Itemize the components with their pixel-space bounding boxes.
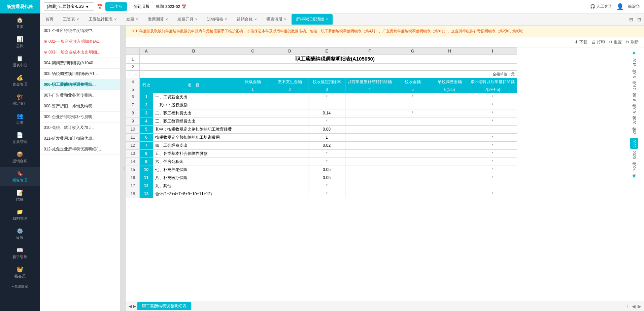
- cell-2-d[interactable]: [271, 101, 308, 109]
- cell-2-h[interactable]: [431, 101, 468, 109]
- cell-2-e[interactable]: [308, 101, 345, 109]
- tab-prev-icon[interactable]: ⊟: [628, 16, 635, 23]
- cell-11-f[interactable]: [345, 174, 394, 182]
- cell-12-c[interactable]: [234, 182, 271, 190]
- year-2019[interactable]: 2019年: [630, 103, 638, 114]
- cell-5-f[interactable]: [345, 125, 394, 133]
- tab-invoice-calc[interactable]: 发票测算 ✕: [143, 14, 172, 25]
- tab-close-invoice-calc[interactable]: ✕: [165, 18, 168, 21]
- item-13[interactable]: 合计(1+3+4+7+8+9+10+11+12): [153, 190, 234, 198]
- sidebar-item-salary[interactable]: 👥 工资: [0, 109, 40, 129]
- sidebar-item-vip[interactable]: 👑 畅会员: [0, 263, 40, 282]
- cell-5-h[interactable]: [431, 125, 468, 133]
- tab-invoice-issue[interactable]: 发票开具 ✕: [173, 14, 202, 25]
- left-item-002[interactable]: ⊗002-一般企业收入明细表(A1...: [40, 36, 120, 47]
- cell-4-c[interactable]: [234, 117, 271, 125]
- cell-9-h[interactable]: [431, 158, 468, 166]
- tab-tax-register[interactable]: 税表清册 ✕: [262, 14, 291, 25]
- cell-4-f[interactable]: [345, 117, 394, 125]
- tab-home[interactable]: 首页: [41, 14, 58, 25]
- sidebar-item-invoice[interactable]: 📄 发票管理: [0, 129, 40, 148]
- cell-11-c[interactable]: [234, 174, 271, 182]
- item-7[interactable]: 四、工会经费支出: [153, 141, 234, 149]
- tab-salary[interactable]: 工资表 ✕: [59, 14, 83, 25]
- cell-12-h[interactable]: [431, 182, 468, 190]
- year-2024[interactable]: 2024年: [630, 161, 638, 172]
- customer-service-btn[interactable]: 🎧 人工客询: [590, 4, 612, 9]
- left-item-004[interactable]: 004-期间费用明细表(A1040...: [40, 58, 120, 69]
- cell-2-f[interactable]: [345, 101, 394, 109]
- cell-11-d[interactable]: [271, 174, 308, 182]
- cell-10-c[interactable]: [234, 166, 271, 174]
- tab-close-invoice-issue[interactable]: ✕: [195, 18, 198, 21]
- print-button[interactable]: 🖨 打印: [591, 39, 605, 45]
- bottom-tab-main[interactable]: 职工薪酬纳税调整明细表: [137, 302, 191, 310]
- cell-12-f[interactable]: [345, 182, 394, 190]
- refresh-button[interactable]: ↻ 刷新: [626, 39, 639, 45]
- cell-1-d[interactable]: [271, 93, 308, 101]
- cell-3-h[interactable]: [431, 109, 468, 117]
- tab-salary-report[interactable]: 工资统计报表 ✕: [84, 14, 121, 25]
- sidebar-item-funds[interactable]: 💰 资金管理: [0, 71, 40, 90]
- sidebar-item-home[interactable]: 🏠 首页: [0, 13, 40, 33]
- cell-6-c[interactable]: [234, 133, 271, 141]
- cell-3-f[interactable]: [345, 109, 394, 117]
- cell-12-i[interactable]: [468, 182, 517, 190]
- tab-purchase-ledger[interactable]: 进销台账 ✕: [232, 14, 261, 25]
- left-item-006[interactable]: 006-职工薪酬纳税调整明细...: [40, 79, 120, 90]
- old-version-button[interactable]: 切到旧版: [130, 2, 153, 11]
- sidebar-item-purchases[interactable]: 📦 进销台账: [0, 148, 40, 167]
- tab-close-income-tax[interactable]: ✕: [326, 18, 328, 21]
- item-8[interactable]: 五、各类基本社会保障性缴款: [153, 149, 234, 158]
- cell-8-f[interactable]: [345, 149, 394, 158]
- tab-purchase-verify[interactable]: 进销稽核 ✕: [203, 14, 232, 25]
- item-10[interactable]: 七、补充养老保险: [153, 166, 234, 174]
- cell-9-d[interactable]: [271, 158, 308, 166]
- left-item-001[interactable]: 001-企业所得税年度纳税申...: [40, 26, 120, 36]
- tab-maximize-icon[interactable]: ⊡: [636, 16, 643, 23]
- item-2[interactable]: 其中：股权激励: [153, 101, 234, 109]
- cell-6-g[interactable]: [394, 133, 431, 141]
- year-2017[interactable]: 2017年: [630, 80, 638, 91]
- cancel-pin-button[interactable]: ↩取消固定: [0, 282, 40, 291]
- cell-4-g[interactable]: [394, 117, 431, 125]
- cell-13-h[interactable]: [431, 190, 468, 198]
- cell-7-f[interactable]: [345, 141, 394, 149]
- cell-1-f[interactable]: [345, 93, 394, 101]
- cell-3-c[interactable]: [234, 109, 271, 117]
- left-item-012[interactable]: 012-减免企业所得税优惠明细(...: [40, 144, 120, 155]
- sheet-nav-next[interactable]: ▶: [133, 304, 136, 309]
- tab-close-tax-register[interactable]: ✕: [284, 18, 286, 21]
- cell-13-d[interactable]: [271, 190, 308, 198]
- item-9[interactable]: 六、住房公积金: [153, 158, 234, 166]
- cell-5-d[interactable]: [271, 125, 308, 133]
- year-2022[interactable]: 2022年: [630, 138, 638, 149]
- cell-13-g[interactable]: [394, 190, 431, 198]
- tab-close-invoice[interactable]: ✕: [136, 18, 138, 21]
- item-4[interactable]: 三、职工教育经费支出: [153, 117, 234, 125]
- cell-4-d[interactable]: [271, 117, 308, 125]
- tab-close-purchase-verify[interactable]: ✕: [225, 18, 227, 21]
- cell-10-h[interactable]: [431, 166, 468, 174]
- year-2023[interactable]: 2023年: [630, 149, 638, 160]
- sheet-scroll-right[interactable]: ▶: [638, 304, 641, 309]
- cell-11-g[interactable]: [394, 174, 431, 182]
- cell-1-h[interactable]: [431, 93, 468, 101]
- cell-13-c[interactable]: [234, 190, 271, 198]
- cell-6-d[interactable]: [271, 133, 308, 141]
- year-2021[interactable]: 2021年: [630, 127, 638, 137]
- cell-8-g[interactable]: [394, 149, 431, 158]
- sheet-scroll-left[interactable]: ◀: [632, 304, 636, 309]
- sidebar-item-reports[interactable]: 📋 报表中心: [0, 52, 40, 71]
- cell-13-f[interactable]: [345, 190, 394, 198]
- cell-7-h[interactable]: [431, 141, 468, 149]
- tab-close-salary[interactable]: ✕: [76, 18, 79, 21]
- cell-2-c[interactable]: [234, 101, 271, 109]
- cell-7-d[interactable]: [271, 141, 308, 149]
- sidebar-item-archive[interactable]: 📁 归档管理: [0, 205, 40, 224]
- item-6[interactable]: 按税收规定全额扣除的职工培训费用: [153, 133, 234, 141]
- sidebar-item-ledger[interactable]: 📊 总账: [0, 33, 40, 52]
- cell-10-d[interactable]: [271, 166, 308, 174]
- cell-4-h[interactable]: [431, 117, 468, 125]
- year-2018[interactable]: 2018年: [630, 92, 638, 102]
